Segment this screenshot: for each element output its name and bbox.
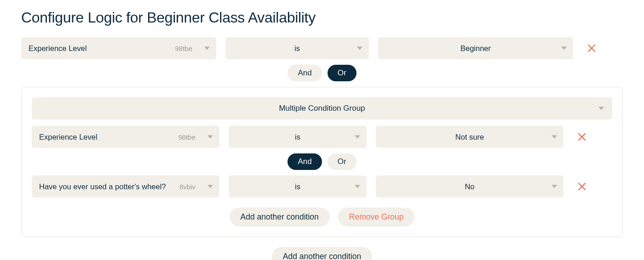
field-select[interactable]: Have you ever used a potter's wheel? 8vb…: [32, 175, 219, 198]
field-select[interactable]: Experience Level 98tbe: [21, 37, 216, 59]
add-condition-button[interactable]: Add another condition: [230, 208, 330, 226]
chevron-down-icon: [552, 136, 557, 139]
field-select[interactable]: Experience Level 98tbe: [32, 126, 219, 148]
remove-condition-button[interactable]: [573, 132, 591, 141]
condition-row: Have you ever used a potter's wheel? 8vb…: [32, 175, 612, 198]
condition-row: Experience Level 98tbe is Not sure: [32, 126, 612, 148]
add-condition-button[interactable]: Add another condition: [272, 247, 372, 260]
close-icon: [577, 132, 586, 141]
chevron-down-icon: [561, 47, 567, 50]
operator-select[interactable]: is: [229, 126, 367, 148]
close-icon: [577, 182, 586, 191]
chevron-down-icon: [204, 47, 210, 50]
chevron-down-icon: [355, 185, 360, 188]
connector-row: And Or: [21, 65, 623, 81]
operator-select[interactable]: is: [225, 37, 369, 59]
operator-select[interactable]: is: [229, 175, 367, 198]
operator-label: is: [294, 44, 300, 53]
value-select[interactable]: Not sure: [376, 126, 564, 148]
condition-group: Multiple Condition Group Experience Leve…: [21, 87, 623, 237]
remove-condition-button[interactable]: [582, 44, 601, 53]
chevron-down-icon: [355, 136, 360, 139]
page-title: Configure Logic for Beginner Class Avail…: [21, 9, 623, 26]
field-id: 8vbiv: [179, 183, 196, 191]
field-label: Experience Level: [39, 133, 98, 141]
field-id: 98tbe: [175, 45, 192, 52]
chevron-down-icon: [552, 185, 557, 188]
group-actions: Add another condition Remove Group: [32, 208, 612, 226]
chevron-down-icon: [598, 107, 604, 110]
operator-label: is: [295, 182, 300, 191]
and-toggle[interactable]: And: [288, 153, 322, 170]
chevron-down-icon: [207, 185, 213, 188]
chevron-down-icon: [357, 47, 362, 50]
value-label: Not sure: [455, 133, 484, 141]
value-label: Beginner: [460, 44, 491, 53]
group-type-select[interactable]: Multiple Condition Group: [32, 97, 612, 119]
field-id: 98tbe: [178, 133, 196, 141]
value-select[interactable]: No: [376, 175, 564, 198]
remove-condition-button[interactable]: [573, 182, 591, 191]
chevron-down-icon: [207, 136, 213, 139]
outer-actions: Add another condition: [21, 247, 623, 260]
field-label: Experience Level: [29, 44, 87, 53]
group-header-label: Multiple Condition Group: [279, 104, 365, 113]
field-label: Have you ever used a potter's wheel?: [39, 182, 166, 191]
connector-row: And Or: [32, 153, 612, 170]
operator-label: is: [295, 133, 300, 141]
value-select[interactable]: Beginner: [378, 37, 573, 59]
or-toggle[interactable]: Or: [328, 65, 356, 81]
and-toggle[interactable]: And: [288, 65, 322, 81]
remove-group-button[interactable]: Remove Group: [338, 208, 415, 226]
value-label: No: [465, 182, 474, 191]
close-icon: [587, 44, 596, 53]
or-toggle[interactable]: Or: [328, 153, 356, 170]
condition-row: Experience Level 98tbe is Beginner: [21, 37, 623, 59]
